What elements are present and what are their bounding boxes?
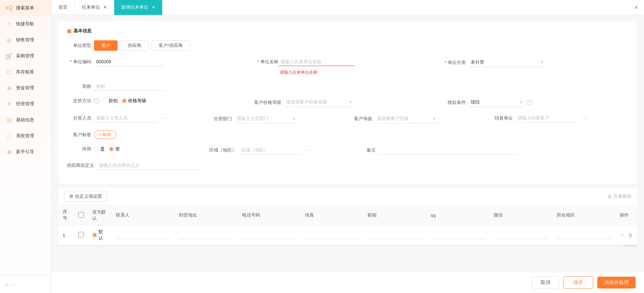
save-button[interactable]: 保存 <box>563 276 593 289</box>
sidebar-item-system[interactable]: ◌ 系统管理 <box>0 128 51 144</box>
select-all-checkbox[interactable] <box>78 212 84 218</box>
row-phone[interactable] <box>238 225 301 245</box>
sidebar-item-label: 采购管理 <box>16 53 34 59</box>
sidebar-item-newbie[interactable]: ⊕ 新手引导 <box>0 144 51 160</box>
sidebar-item-base-info[interactable]: ⊟ 基础信息 <box>0 112 51 128</box>
row-address[interactable] <box>175 225 238 245</box>
unit-type-btn-group: 客户 供应商 客户/供应商 <box>94 40 190 51</box>
unit-code-input[interactable] <box>94 58 164 66</box>
supplier-custom-input[interactable] <box>97 161 201 170</box>
remarks-input[interactable] <box>378 146 518 154</box>
row-fax[interactable] <box>301 225 364 245</box>
row-wechat-input[interactable] <box>494 231 548 239</box>
sidebar-item-sales[interactable]: ◎ 销售管理 <box>0 32 51 48</box>
region-input[interactable] <box>239 146 302 154</box>
region-more-btn[interactable]: ··· <box>305 147 314 153</box>
main-content: 首页 往来单位 ✕ 新增往来单位 ✕ ✕ ▣ 基本信息 单位类型 客户 <box>52 0 644 293</box>
tab-partners-close[interactable]: ✕ <box>103 5 107 10</box>
sidebar-item-finance[interactable]: ⊛ 资金管理 <box>0 80 51 96</box>
sidebar-bottom: ⌂ ··· <box>0 275 51 293</box>
sidebar-home-icon-btn[interactable]: ⌂ ··· <box>0 278 51 290</box>
unit-category-value: 未分类 <box>471 59 484 65</box>
pricing-method-label: 定价方法 <box>67 98 91 104</box>
col-phone: 电话号码 <box>238 205 301 225</box>
sidebar-item-inventory[interactable]: ⬡ 库存核算 <box>0 64 51 80</box>
table-row: 1 默认 <box>58 225 637 245</box>
add-tag-btn[interactable]: + 标签 <box>94 130 116 139</box>
inventory-icon: ⬡ <box>6 68 13 75</box>
tab-home[interactable]: 首页 <box>52 0 75 15</box>
pricing-radio-price-level[interactable]: 价格等级 <box>122 98 146 104</box>
quick-nav-icon: ⌂ <box>6 21 13 27</box>
disabled-field: 停用 是 否 <box>67 146 202 152</box>
bottom-bar: 取消 保存 保存并新增 <box>52 272 644 293</box>
search-icon: ≡Q <box>6 5 13 11</box>
department-select[interactable]: 请输入分管部门 ▾ <box>235 114 297 123</box>
unit-name-input[interactable] <box>278 58 355 66</box>
batch-delete-btn[interactable]: 🗑 批量删除 <box>607 193 631 200</box>
disabled-radio-no[interactable]: 否 <box>109 146 120 152</box>
payment-help-icon[interactable]: ? <box>527 100 533 105</box>
tab-new-partner[interactable]: 新增往来单位 ✕ <box>114 0 163 15</box>
row-default-radio[interactable]: 默认 <box>92 229 108 241</box>
region-label: 区域（地区） <box>209 147 236 153</box>
sidebar-item-label: 库存核算 <box>16 69 34 75</box>
row-phone-input[interactable] <box>242 231 297 239</box>
sidebar-item-purchase[interactable]: 🛒 采购管理 <box>0 48 51 64</box>
pricing-radio-discount[interactable]: 折扣 <box>102 98 118 104</box>
row-contact-input[interactable] <box>116 231 171 239</box>
row-region[interactable] <box>552 225 615 245</box>
row-contact[interactable] <box>112 225 175 245</box>
manager-input[interactable] <box>94 114 157 122</box>
customer-price-level-select[interactable]: 请选择客户价格等级 ▾ <box>284 98 354 107</box>
row-default: 默认 <box>88 225 112 245</box>
sidebar-search[interactable]: ≡Q 搜索菜单 <box>0 0 51 16</box>
manager-row: 分管人员 ··· 分管部门 请输入分管部门 ▾ 客户等级 请选择客户等级 <box>67 114 629 123</box>
row-qq[interactable] <box>426 225 489 245</box>
window-close-btn[interactable]: ✕ <box>628 4 644 11</box>
unit-type-field: 单位类型 客户 供应商 客户/供应商 <box>67 40 622 51</box>
unit-type-btn-both[interactable]: 客户/供应商 <box>151 40 190 51</box>
unit-type-btn-customer[interactable]: 客户 <box>94 40 118 51</box>
row-add-btn[interactable]: ＋ <box>620 232 625 238</box>
row-select-checkbox[interactable] <box>78 232 84 237</box>
tab-partners[interactable]: 往来单位 ✕ <box>75 0 114 15</box>
col-action: 操作 <box>615 205 637 225</box>
row-email[interactable] <box>363 225 426 245</box>
section-header: ▣ 基本信息 <box>67 28 629 34</box>
settlement-more-btn[interactable]: ··· <box>581 115 590 121</box>
unit-category-select[interactable]: 未分类 ▾ <box>469 58 545 67</box>
row-actions: ＋ 🗑 <box>615 225 637 245</box>
sidebar-item-label: 快捷导航 <box>16 21 34 27</box>
sidebar-item-quick-nav[interactable]: ⌂ 快捷导航 <box>0 16 51 32</box>
settlement-unit-input[interactable] <box>516 114 578 122</box>
row-delete-btn[interactable]: 🗑 <box>628 232 633 238</box>
disabled-radio-yes[interactable]: 是 <box>94 146 105 152</box>
row-address-input[interactable] <box>179 231 234 239</box>
section-icon: ▣ <box>67 28 71 34</box>
sidebar-item-operations[interactable]: ≡ 经营管理 <box>0 96 51 112</box>
unit-type-btn-supplier[interactable]: 供应商 <box>120 40 149 51</box>
sales-icon: ◎ <box>6 36 13 43</box>
col-address: 到货地址 <box>175 205 238 225</box>
row-wechat[interactable] <box>489 225 552 245</box>
system-icon: ◌ <box>6 132 13 139</box>
settlement-unit-label: 结算单位 <box>488 115 513 121</box>
abbr-input[interactable] <box>94 82 164 91</box>
abbr-field: 简称 <box>67 82 622 91</box>
tab-new-partner-close[interactable]: ✕ <box>152 5 155 10</box>
row-region-input[interactable] <box>557 231 611 239</box>
row-fax-input[interactable] <box>305 231 360 239</box>
col-index: 序号 <box>58 205 74 225</box>
help-icon[interactable]: ? <box>94 98 100 104</box>
row-email-input[interactable] <box>368 231 422 239</box>
pricing-row: 定价方法 ? 折扣 价格等级 <box>67 98 629 107</box>
custom-settings-btn[interactable]: ⚙ 自定义项设置 <box>64 191 107 202</box>
manager-more-btn[interactable]: ··· <box>159 115 169 121</box>
save-new-button[interactable]: 保存并新增 <box>597 277 636 288</box>
cancel-button[interactable]: 取消 <box>532 276 559 289</box>
row-qq-input[interactable] <box>431 231 485 239</box>
payment-terms-select[interactable]: 现结 ▾ <box>469 98 524 107</box>
contact-table: 序号 设为默认 联系人 到货地址 电话号码 传真 邮箱 qq 微信 所在地区 操… <box>58 205 637 245</box>
customer-level-select[interactable]: 请选择客户等级 ▾ <box>375 114 438 123</box>
